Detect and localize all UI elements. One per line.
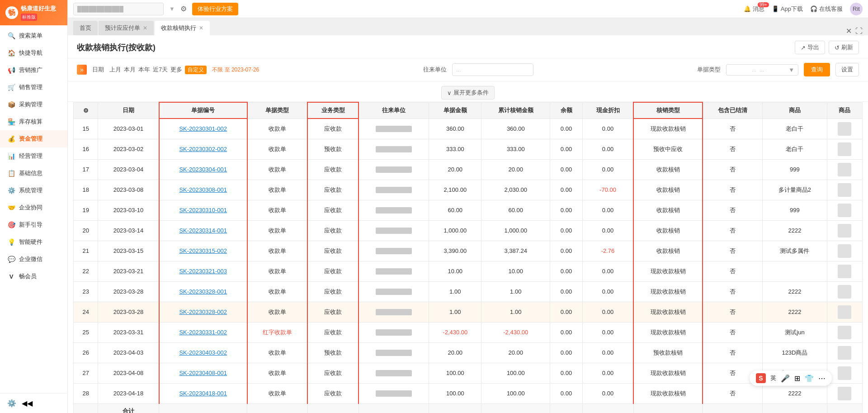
table-row: 252023-03-31SK-20230331-002红字收款单应收款-2,43… bbox=[74, 322, 863, 342]
sogou-logo: S bbox=[756, 373, 766, 383]
refresh-label: 刷新 bbox=[841, 43, 853, 52]
tab-close-all-icon[interactable]: ✕ bbox=[846, 27, 852, 35]
sidebar: 畅 畅康道好生意 标推版 🔍 搜索菜单 🏠 快捷导航 📢 营销推广 🛒 销售管理… bbox=[0, 0, 68, 413]
col-written-off: 累计核销金额 bbox=[481, 102, 550, 119]
sidebar-item-label: 系统管理 bbox=[19, 186, 42, 195]
sidebar-item-hardware[interactable]: 💡 智能硬件 bbox=[0, 233, 67, 251]
col-product2: 商品 bbox=[827, 102, 862, 119]
app-download-label: App下载 bbox=[781, 5, 803, 13]
info-icon: 📋 bbox=[7, 170, 15, 177]
export-label: 导出 bbox=[807, 43, 819, 52]
tab-home[interactable]: 首页 bbox=[73, 21, 98, 35]
sogou-more-icon[interactable]: ⋯ bbox=[818, 374, 826, 383]
collapse-icon[interactable]: ◀◀ bbox=[22, 399, 33, 408]
sidebar-item-collab[interactable]: 🤝 企业协同 bbox=[0, 199, 67, 216]
table-row: 202023-03-14SK-20230314-001收款单应收款1,000.0… bbox=[74, 220, 863, 241]
sidebar-item-label: 快捷导航 bbox=[19, 49, 42, 57]
tab-writeoff-label: 收款核销执行 bbox=[161, 24, 196, 32]
solution-button[interactable]: 体验行业方案 bbox=[192, 3, 238, 15]
sidebar-item-search[interactable]: 🔍 搜索菜单 bbox=[0, 27, 67, 44]
filter-date-this-year[interactable]: 本年 bbox=[138, 66, 150, 74]
phone-icon: 📱 bbox=[772, 5, 779, 12]
col-gear[interactable]: ⚙ bbox=[74, 102, 98, 119]
sidebar-item-label: 经营管理 bbox=[19, 152, 42, 160]
col-writeoff-type: 核销类型 bbox=[633, 102, 703, 119]
main-content: ████████████ ▼ ⚙ 体验行业方案 🔔 消息 99+ 📱 App下载… bbox=[68, 0, 868, 413]
filter-expand-button[interactable]: » bbox=[77, 65, 87, 75]
refresh-button[interactable]: ↺ 刷新 bbox=[829, 41, 859, 54]
table-summary-row: 合计 bbox=[74, 404, 863, 413]
col-amount: 单据金额 bbox=[429, 102, 481, 119]
sidebar-item-system[interactable]: ⚙️ 系统管理 bbox=[0, 182, 67, 199]
tabs-bar: 首页 预计应应付单 ✕ 收款核销执行 ✕ ✕ ⛶ bbox=[68, 18, 868, 35]
logo-text: 畅康道好生意 标推版 bbox=[21, 5, 56, 21]
page-title: 收款核销执行(按收款) bbox=[77, 42, 156, 53]
filter-doc-type-select[interactable]: …… ▼ bbox=[726, 64, 798, 76]
sidebar-item-label: 搜索菜单 bbox=[19, 32, 42, 40]
topbar-right: 🔔 消息 99+ 📱 App下载 🎧 在线客服 Rit bbox=[744, 3, 863, 15]
sidebar-item-label: 畅会员 bbox=[19, 272, 37, 280]
tab-expand-icon[interactable]: ⛶ bbox=[855, 27, 863, 35]
sidebar-item-sales[interactable]: 🛒 销售管理 bbox=[0, 79, 67, 96]
filter-date-custom-btn[interactable]: 自定义 bbox=[185, 66, 207, 74]
tab-writeoff-close[interactable]: ✕ bbox=[199, 25, 203, 31]
tab-payable-label: 预计应应付单 bbox=[105, 24, 140, 32]
sidebar-item-wechat[interactable]: 💬 企业微信 bbox=[0, 251, 67, 268]
filter-date-last-month[interactable]: 上月 bbox=[109, 66, 121, 74]
table-container: ⚙ 日期 单据编号 单据类型 业务类型 往来单位 单据金额 累计核销金额 余额 … bbox=[68, 102, 868, 413]
sidebar-item-basic-info[interactable]: 📋 基础信息 bbox=[0, 165, 67, 182]
topbar-search-placeholder: ████████████ bbox=[77, 6, 123, 12]
sidebar-item-member[interactable]: V 畅会员 bbox=[0, 268, 67, 285]
expand-more-button[interactable]: ∨ 展开更多条件 bbox=[441, 86, 495, 100]
tab-payable-close[interactable]: ✕ bbox=[143, 25, 147, 31]
col-cash-discount: 现金折扣 bbox=[583, 102, 634, 119]
online-service-link[interactable]: 🎧 在线客服 bbox=[810, 5, 843, 13]
settings-gear-icon[interactable]: ⚙️ bbox=[7, 399, 16, 408]
sidebar-item-guide[interactable]: 🎯 新手引导 bbox=[0, 216, 67, 233]
sidebar-item-finance[interactable]: 💰 资金管理 bbox=[0, 130, 67, 147]
table-row: 232023-03-28SK-20230328-001收款单应收款1.001.0… bbox=[74, 281, 863, 302]
tab-payable[interactable]: 预计应应付单 ✕ bbox=[99, 21, 154, 35]
col-date: 日期 bbox=[98, 102, 159, 119]
sidebar-item-label: 基础信息 bbox=[19, 169, 42, 177]
system-icon: ⚙️ bbox=[7, 187, 15, 194]
filter-settings-button[interactable]: 设置 bbox=[835, 63, 859, 76]
notification-bell[interactable]: 🔔 消息 99+ bbox=[744, 5, 764, 13]
filter-date-7days[interactable]: 近7天 bbox=[153, 66, 168, 74]
filter-partner-input[interactable]: … bbox=[452, 63, 533, 76]
app-download-link[interactable]: 📱 App下载 bbox=[772, 5, 803, 13]
table-row: 212023-03-15SK-20230315-002收款单应收款3,390.0… bbox=[74, 241, 863, 261]
tab-writeoff[interactable]: 收款核销执行 ✕ bbox=[155, 21, 210, 35]
headset-icon: 🎧 bbox=[810, 5, 817, 12]
topbar-gear-icon[interactable]: ⚙ bbox=[180, 5, 187, 13]
finance-icon: 💰 bbox=[7, 135, 15, 142]
user-avatar[interactable]: Rit bbox=[850, 3, 863, 15]
sogou-shirt-icon[interactable]: 👕 bbox=[805, 374, 814, 383]
query-button[interactable]: 查询 bbox=[804, 63, 830, 76]
sogou-mic-icon[interactable]: 🎤 bbox=[781, 374, 790, 383]
sidebar-item-label: 资金管理 bbox=[19, 135, 42, 143]
bell-icon: 🔔 bbox=[744, 5, 751, 12]
filter-date-more[interactable]: 更多 bbox=[170, 66, 182, 74]
sidebar-item-label: 营销推广 bbox=[19, 66, 42, 74]
sidebar-item-purchase[interactable]: 📦 采购管理 bbox=[0, 96, 67, 113]
sogou-grid-icon[interactable]: ⊞ bbox=[794, 374, 800, 383]
topbar-dropdown-icon[interactable]: ▼ bbox=[169, 5, 175, 12]
collab-icon: 🤝 bbox=[7, 204, 15, 211]
sidebar-item-marketing[interactable]: 📢 营销推广 bbox=[0, 62, 67, 79]
filter-date-this-month[interactable]: 本月 bbox=[124, 66, 136, 74]
sidebar-item-label: 企业微信 bbox=[19, 255, 42, 263]
sidebar-item-quicknav[interactable]: 🏠 快捷导航 bbox=[0, 44, 67, 62]
col-balance: 余额 bbox=[550, 102, 583, 119]
refresh-icon: ↺ bbox=[835, 44, 840, 51]
table-row: 242023-03-28SK-20230328-002收款单应收款1.001.0… bbox=[74, 302, 863, 322]
sidebar-item-management[interactable]: 📊 经营管理 bbox=[0, 147, 67, 165]
page-header-actions: ↗ 导出 ↺ 刷新 bbox=[795, 41, 859, 54]
filter-date-links: 上月 本月 本年 近7天 更多 自定义 bbox=[109, 66, 207, 74]
home-icon: 🏠 bbox=[7, 49, 15, 57]
export-icon: ↗ bbox=[801, 44, 806, 51]
table-row: 182023-03-08SK-20230308-001收款单应收款2,100.0… bbox=[74, 180, 863, 200]
export-button[interactable]: ↗ 导出 bbox=[795, 41, 825, 54]
sidebar-item-inventory[interactable]: 🏪 库存核算 bbox=[0, 113, 67, 130]
guide-icon: 🎯 bbox=[7, 221, 15, 228]
